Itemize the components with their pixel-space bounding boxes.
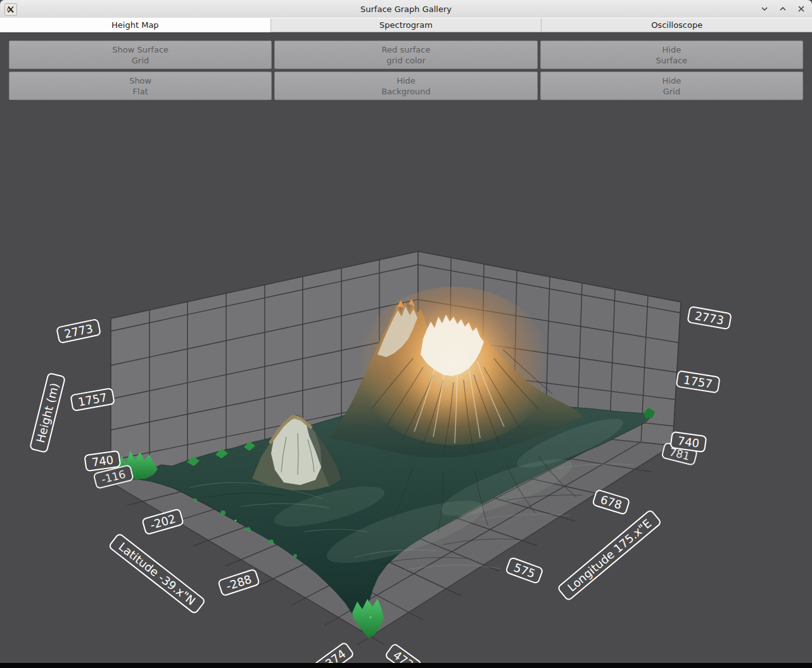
surface-graph-view[interactable]: -116 2773 1757 740 Height (m) 781 2773 1…: [0, 0, 812, 668]
tab-oscilloscope[interactable]: Oscilloscope: [542, 18, 812, 32]
button-label: Hide: [663, 44, 682, 55]
button-label: Red surface: [382, 44, 431, 55]
button-label: Surface: [656, 55, 688, 66]
titlebar[interactable]: Surface Graph Gallery: [0, 0, 812, 18]
maximize-icon[interactable]: [777, 3, 789, 15]
tab-height-map[interactable]: Height Map: [0, 18, 271, 32]
tab-bar: Height Map Spectrogram Oscilloscope: [0, 18, 812, 32]
window-bottom-edge: [0, 663, 812, 668]
button-label: Grid: [663, 86, 680, 97]
button-label: Show Surface: [112, 44, 168, 55]
app-window: -116 2773 1757 740 Height (m) 781 2773 1…: [0, 0, 812, 668]
surface-3d-scene: [0, 0, 812, 668]
x11-logo-icon: [4, 3, 17, 16]
toolbar: Show Surface Grid Red surface grid color…: [0, 32, 812, 100]
button-label: Hide: [663, 75, 682, 86]
minimize-icon[interactable]: [759, 3, 770, 15]
window-title: Surface Graph Gallery: [0, 4, 812, 14]
button-label: Grid: [132, 55, 149, 66]
show-surface-grid-button[interactable]: Show Surface Grid: [9, 41, 272, 69]
hide-grid-button[interactable]: Hide Grid: [540, 72, 803, 100]
show-flat-button[interactable]: Show Flat: [9, 72, 272, 100]
red-surface-grid-color-button[interactable]: Red surface grid color: [274, 41, 537, 69]
button-label: grid color: [386, 55, 426, 66]
button-label: Background: [381, 86, 431, 97]
button-label: Flat: [133, 86, 148, 97]
button-label: Show: [129, 75, 151, 86]
hide-surface-button[interactable]: Hide Surface: [540, 41, 803, 69]
hide-background-button[interactable]: Hide Background: [274, 72, 537, 100]
tab-spectrogram[interactable]: Spectrogram: [271, 18, 542, 32]
button-label: Hide: [396, 75, 416, 86]
close-icon[interactable]: [796, 3, 807, 15]
